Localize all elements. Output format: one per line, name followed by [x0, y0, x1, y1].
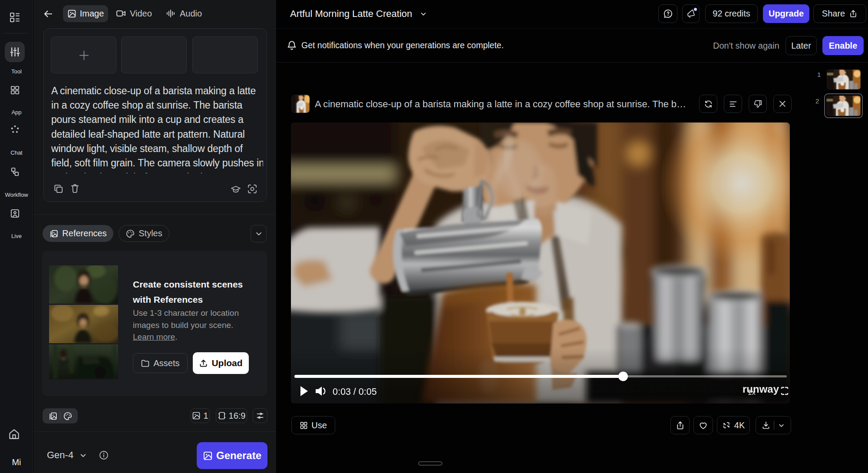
svg-text:0:03 / 0:05: 0:03 / 0:05: [333, 387, 377, 397]
svg-text:1x: 1x: [748, 388, 756, 397]
